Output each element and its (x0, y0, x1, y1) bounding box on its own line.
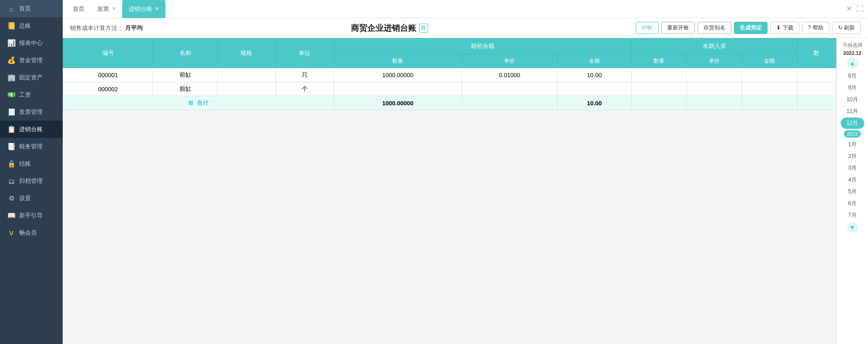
table-container: 编号 名称 规格 单位 期初余额 本期入库 数 数量 单价 金额 数 (63, 38, 836, 344)
cell-period-amount: 10.00 (557, 68, 631, 82)
total-icon: ⊞ (188, 99, 193, 106)
sidebar-item-ledger[interactable]: 📒 总账 (0, 17, 63, 34)
cell-extra (797, 68, 836, 82)
cell-spec (217, 82, 275, 96)
ledger-icon: 📒 (7, 22, 15, 30)
window-expand-button[interactable]: ⛶ (855, 5, 864, 14)
tab-invoice[interactable]: 发票 ✕ (91, 0, 122, 18)
sidebar-item-reports[interactable]: 📊 报表中心 (0, 34, 63, 52)
invoice-mgmt-icon: 🧾 (7, 108, 15, 116)
sidebar-item-membership[interactable]: V 畅会员 (0, 224, 63, 241)
col-header-period-balance: 期初余额 (334, 39, 632, 54)
payroll-icon: 💵 (7, 91, 15, 99)
month-item-9[interactable]: 9月 (841, 82, 864, 93)
page-title-area: 商贸企业进销台账 目 (146, 23, 632, 34)
page-content: 销售成本计算方法： 月平均 商贸企业进销台账 目 对账 重新开账 存货别名 生成… (63, 18, 868, 344)
month-scroll-up-button[interactable]: ▲ (847, 58, 858, 69)
tax-icon: 📑 (7, 143, 15, 151)
archive-icon: 🗂 (7, 177, 15, 185)
cost-method: 销售成本计算方法： 月平均 (70, 24, 143, 32)
sidebar-item-purchase-sales[interactable]: 📋 进销台账 (0, 121, 63, 138)
table-area: 编号 名称 规格 单位 期初余额 本期入库 数 数量 单价 金额 数 (63, 38, 868, 344)
cell-in-amount (742, 68, 797, 82)
col-in-qty: 数量 (631, 54, 687, 68)
window-close-button[interactable]: ✕ (844, 5, 853, 14)
total-in-price (687, 96, 742, 110)
purchase-sales-icon: 📋 (7, 125, 15, 133)
col-period-qty: 数量 (334, 54, 462, 68)
refresh-icon: ↻ (838, 25, 843, 31)
col-in-amount: 金额 (742, 54, 797, 68)
tab-purchase-sales-close[interactable]: ✕ (155, 6, 159, 12)
month-item-2023-7[interactable]: 7月 (841, 210, 864, 221)
reconcile-button[interactable]: 对账 (636, 22, 658, 34)
download-button[interactable]: ⬇ 下载 (770, 22, 799, 34)
year-2023-label: 2023 (844, 130, 860, 138)
save-alias-button[interactable]: 存货别名 (698, 22, 731, 34)
generate-voucher-button[interactable]: 生成凭证 (734, 22, 768, 34)
month-item-2023-4[interactable]: 4月 (841, 174, 864, 186)
col-in-price: 单价 (687, 54, 742, 68)
sidebar-item-payroll[interactable]: 💵 工资 (0, 86, 63, 103)
page-title: 商贸企业进销台账 (351, 23, 416, 34)
cell-in-price (687, 82, 742, 96)
reports-icon: 📊 (7, 39, 15, 47)
cell-in-qty (631, 68, 687, 82)
month-item-2023-5[interactable]: 5月 (841, 186, 864, 197)
table-row: 000001 前缸 只 1000.00000 0.01000 10.00 (63, 68, 836, 82)
sidebar-item-settings[interactable]: ⚙ 设置 (0, 190, 63, 207)
reopen-button[interactable]: 重新开账 (661, 22, 695, 34)
data-table: 编号 名称 规格 单位 期初余额 本期入库 数 数量 单价 金额 数 (63, 38, 836, 110)
cell-name: 前缸 (153, 82, 217, 96)
month-item-2023-6[interactable]: 6月 (841, 198, 864, 209)
cell-period-amount (557, 82, 631, 96)
cell-unit: 只 (275, 68, 334, 82)
download-icon: ⬇ (776, 25, 781, 31)
total-period-price (462, 96, 557, 110)
settings-icon: ⚙ (7, 194, 15, 202)
cell-id: 000001 (63, 68, 153, 82)
title-info-icon[interactable]: 目 (419, 24, 428, 33)
month-item-2023-2[interactable]: 2月 (841, 151, 864, 162)
month-item-12[interactable]: 12月 (841, 118, 864, 129)
sidebar-item-home[interactable]: ⌂ 首页 (0, 0, 63, 17)
sidebar: ⌂ 首页 📒 总账 📊 报表中心 💰 资金管理 🏢 固定资产 💵 工资 🧾 发票… (0, 0, 63, 344)
month-item-10[interactable]: 10月 (841, 94, 864, 105)
sidebar-item-invoice-mgmt[interactable]: 🧾 发票管理 (0, 103, 63, 121)
cell-id: 000002 (63, 82, 153, 96)
main-area: 首页 发票 ✕ 进销台账 ✕ ✕ ⛶ 销售成本计算方法： 月平均 商贸企业进销台… (63, 0, 868, 344)
col-header-extra: 数 (797, 39, 836, 68)
col-period-price: 单价 (462, 54, 557, 68)
month-item-11[interactable]: 11月 (841, 106, 864, 117)
tab-bar: 首页 发票 ✕ 进销台账 ✕ ✕ ⛶ (63, 0, 868, 18)
total-in-amount (742, 96, 797, 110)
cell-unit: 个 (275, 82, 334, 96)
sidebar-item-fixed-assets[interactable]: 🏢 固定资产 (0, 69, 63, 86)
refresh-button[interactable]: ↻ 刷新 (832, 22, 861, 34)
sidebar-item-funds[interactable]: 💰 资金管理 (0, 52, 63, 69)
cell-period-price (462, 82, 557, 96)
total-row: ⊞ 合计 1000.00000 10.00 (63, 96, 836, 110)
cell-name: 前缸 (153, 68, 217, 82)
total-label-cell: ⊞ 合计 (63, 96, 334, 110)
month-panel-title: 月份选择 (843, 40, 863, 49)
month-year-2022: 2022.12 (843, 49, 862, 57)
month-item-8[interactable]: 8月 (841, 70, 864, 82)
col-period-amount: 金额 (557, 54, 631, 68)
total-in-qty (631, 96, 687, 110)
month-item-2023-1[interactable]: 1月 (841, 139, 864, 150)
total-extra (797, 96, 836, 110)
sidebar-item-archive[interactable]: 🗂 归档管理 (0, 172, 63, 190)
help-button[interactable]: ? 帮助 (802, 22, 829, 34)
month-scroll-down-button[interactable]: ▼ (847, 222, 858, 233)
sidebar-item-guide[interactable]: 📖 新手引导 (0, 207, 63, 224)
tab-purchase-sales[interactable]: 进销台账 ✕ (122, 0, 165, 18)
cell-extra (797, 82, 836, 96)
tab-home[interactable]: 首页 (66, 0, 91, 18)
month-item-2023-3[interactable]: 3月 (841, 162, 864, 174)
sidebar-item-closing[interactable]: 🔒 结账 (0, 155, 63, 172)
cell-spec (217, 68, 275, 82)
tab-invoice-close[interactable]: ✕ (112, 6, 116, 12)
closing-icon: 🔒 (7, 160, 15, 168)
sidebar-item-tax[interactable]: 📑 税务管理 (0, 138, 63, 155)
